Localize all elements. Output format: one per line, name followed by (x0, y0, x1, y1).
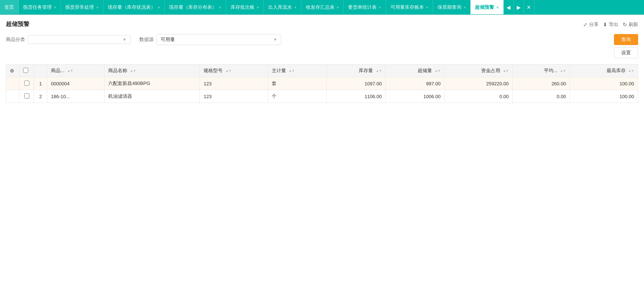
column-max-stock[interactable]: 最高库存 ▲▼ (570, 64, 638, 77)
close-icon[interactable]: × (379, 5, 381, 10)
column-avg-label: 平均... (544, 68, 557, 73)
export-icon: ⬇ (603, 22, 607, 27)
close-icon[interactable]: × (294, 5, 296, 10)
top-navigation: 首页 拣货任务管理 × 拣货异常处理 × 现存量（库存状况表） × 现存量（库存… (0, 0, 644, 15)
sort-icon: ▲▼ (560, 69, 566, 73)
page-header: 超储预警 ⤢ 分享 ⬇ 导出 ↻ 刷新 (6, 21, 638, 28)
nav-available-stock[interactable]: 可用量库存账本 × (386, 0, 433, 15)
sort-icon: ▲▼ (226, 69, 231, 73)
nav-batch-account[interactable]: 库存批次账 × (226, 0, 264, 15)
nav-inventory-dist[interactable]: 现存量（库存分布表） × (165, 0, 226, 15)
category-select[interactable]: ▼ (28, 35, 131, 44)
column-avg[interactable]: 平均... ▲▼ (513, 64, 570, 77)
nav-close-all-icon[interactable]: ✕ (524, 0, 534, 15)
row-number: 2 (34, 90, 47, 103)
close-icon[interactable]: × (219, 5, 221, 10)
row-goods-name: 六配套新昌490BPG (105, 77, 200, 90)
close-icon[interactable]: × (464, 5, 466, 10)
column-max-stock-label: 最高库存 (607, 68, 626, 73)
nav-order-stats[interactable]: 要货单统计表 × (344, 0, 386, 15)
refresh-button[interactable]: ↻ 刷新 (623, 21, 638, 28)
close-icon[interactable]: × (54, 5, 56, 10)
column-unit[interactable]: 主计量 ▲▼ (268, 64, 327, 77)
close-icon[interactable]: × (337, 5, 339, 10)
export-button[interactable]: ⬇ 导出 (603, 21, 618, 28)
row-checkbox[interactable] (24, 93, 29, 99)
nav-next-arrow[interactable]: ▶ (514, 0, 524, 15)
row-goods-name: 机油滤清器 (105, 90, 200, 103)
close-icon[interactable]: × (257, 5, 259, 10)
row-overstock: 997.00 (385, 77, 444, 90)
column-goods-code[interactable]: 商品... ▲▼ (47, 64, 105, 77)
sort-icon: ▲▼ (503, 69, 509, 73)
row-max-stock: 100.00 (570, 77, 638, 90)
select-all-checkbox[interactable] (23, 68, 28, 73)
row-checkbox[interactable] (24, 81, 29, 86)
datasource-select-value: 可用量 (161, 36, 175, 43)
column-goods-code-label: 商品... (51, 68, 65, 73)
column-checkbox-all[interactable] (19, 64, 34, 77)
data-table: ⚙ 商品... ▲▼ 商品名称 ▲▼ 规格型号 ▲▼ (6, 64, 638, 103)
close-icon[interactable]: × (496, 5, 498, 10)
row-goods-code: 186-10... (47, 90, 105, 103)
row-checkbox-cell[interactable] (19, 90, 34, 103)
close-icon[interactable]: × (158, 5, 160, 10)
datasource-filter-group: 数据源 可用量 ▼ (139, 34, 281, 45)
page-title: 超储预警 (6, 21, 29, 28)
main-content: 超储预警 ⤢ 分享 ⬇ 导出 ↻ 刷新 商品分类 ▼ (0, 15, 644, 293)
column-spec-label: 规格型号 (204, 68, 223, 73)
table-row: 1 0000004 六配套新昌490BPG 123 套 1097.00 997.… (6, 77, 638, 90)
row-stock: 1097.00 (327, 77, 386, 90)
sort-icon: ▲▼ (376, 69, 382, 73)
row-number: 1 (34, 77, 47, 90)
category-filter-group: 商品分类 ▼ (6, 35, 131, 44)
column-overstock-label: 超储量 (418, 68, 432, 73)
filter-groups: 商品分类 ▼ 数据源 可用量 ▼ (6, 34, 614, 45)
refresh-icon: ↻ (623, 22, 627, 27)
datasource-select[interactable]: 可用量 ▼ (157, 34, 281, 45)
row-unit: 套 (268, 77, 327, 90)
nav-overstock[interactable]: 超储预警 × (471, 0, 503, 15)
sort-icon: ▲▼ (67, 69, 73, 73)
nav-inventory-status[interactable]: 现存量（库存状况表） × (103, 0, 165, 15)
filter-area: 商品分类 ▼ 数据源 可用量 ▼ 查询 设置 (6, 34, 638, 58)
nav-shelf-life[interactable]: 保质期查询 × (433, 0, 471, 15)
row-capital: 259220.00 (444, 77, 513, 90)
sort-icon: ▲▼ (628, 69, 634, 73)
column-overstock[interactable]: 超储量 ▲▼ (385, 64, 444, 77)
nav-abnormal[interactable]: 拣货异常处理 × (61, 0, 103, 15)
row-checkbox-cell[interactable] (19, 77, 34, 90)
nav-inout-flow[interactable]: 出入库流水 × (264, 0, 301, 15)
header-actions: ⤢ 分享 ⬇ 导出 ↻ 刷新 (583, 21, 638, 28)
column-capital[interactable]: 资金占用 ▲▼ (444, 64, 513, 77)
row-overstock: 1006.00 (385, 90, 444, 103)
query-button[interactable]: 查询 (614, 34, 638, 45)
datasource-label: 数据源 (139, 36, 154, 43)
close-icon[interactable]: × (426, 5, 428, 10)
column-settings-icon[interactable]: ⚙ (6, 64, 19, 77)
row-spec: 123 (200, 90, 268, 103)
row-avg: 0.00 (513, 90, 570, 103)
column-capital-label: 资金占用 (481, 68, 500, 73)
filter-actions: 查询 设置 (614, 34, 638, 58)
row-spec: 123 (200, 77, 268, 90)
nav-home[interactable]: 首页 (0, 0, 19, 15)
sort-icon: ▲▼ (289, 69, 295, 73)
nav-summary[interactable]: 收发存汇总表 × (301, 0, 344, 15)
column-stock[interactable]: 库存量 ▲▼ (327, 64, 386, 77)
close-icon[interactable]: × (96, 5, 98, 10)
chevron-down-icon: ▼ (122, 37, 127, 42)
nav-task-mgmt[interactable]: 拣货任务管理 × (19, 0, 61, 15)
column-spec[interactable]: 规格型号 ▲▼ (200, 64, 268, 77)
settings-button[interactable]: 设置 (614, 47, 638, 58)
share-button[interactable]: ⤢ 分享 (583, 21, 599, 28)
table-row: 2 186-10... 机油滤清器 123 个 1106.00 1006.00 … (6, 90, 638, 103)
column-goods-name-label: 商品名称 (108, 68, 127, 73)
share-icon: ⤢ (583, 22, 588, 27)
category-label: 商品分类 (6, 36, 25, 43)
row-avg: 260.00 (513, 77, 570, 90)
column-goods-name[interactable]: 商品名称 ▲▼ (105, 64, 200, 77)
nav-prev-arrow[interactable]: ◀ (504, 0, 514, 15)
table-header-row: ⚙ 商品... ▲▼ 商品名称 ▲▼ 规格型号 ▲▼ (6, 64, 638, 77)
row-settings-cell (6, 77, 19, 90)
